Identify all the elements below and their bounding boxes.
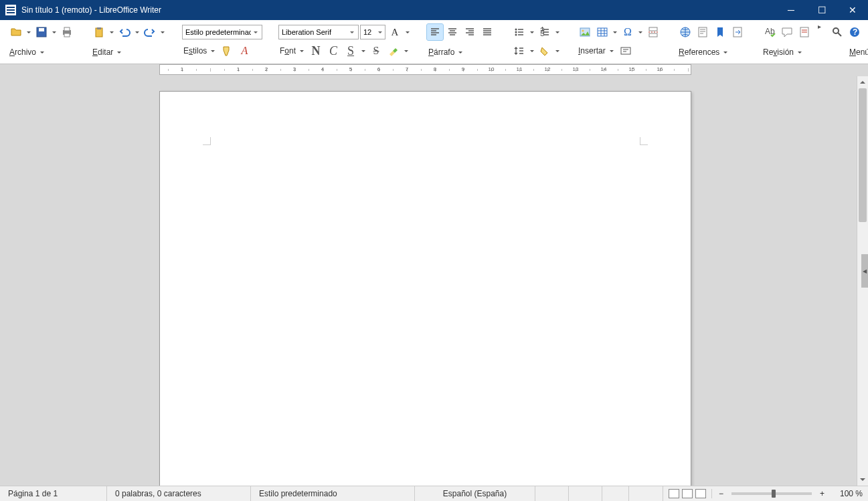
menu-parrafo[interactable]: Párrafo <box>427 41 465 63</box>
insert-image-button[interactable] <box>577 24 593 40</box>
track-changes-button[interactable] <box>796 24 812 40</box>
insert-textbox-button[interactable] <box>618 43 634 59</box>
status-selection[interactable] <box>569 486 602 501</box>
redo-dropdown[interactable] <box>159 24 166 40</box>
insert-symbol-dropdown[interactable] <box>637 24 644 40</box>
zoom-slider[interactable] <box>731 492 812 495</box>
open-button[interactable] <box>8 24 24 40</box>
italic-button[interactable]: C <box>325 43 341 59</box>
view-multi-icon[interactable] <box>682 489 693 498</box>
insert-table-button[interactable] <box>594 24 610 40</box>
redo-button[interactable] <box>142 24 158 40</box>
insert-table-dropdown[interactable] <box>612 24 618 40</box>
font-size-input[interactable] <box>363 28 377 36</box>
status-style[interactable]: Estilo predeterminado <box>251 486 415 501</box>
zoom-slider-handle[interactable] <box>772 490 776 498</box>
comment-button[interactable] <box>779 24 795 40</box>
clear-formatting-button[interactable]: A <box>236 43 252 59</box>
scroll-up-button[interactable] <box>857 76 868 88</box>
maximize-button[interactable]: ☐ <box>806 0 837 20</box>
undo-button[interactable] <box>116 24 133 40</box>
align-left-button[interactable] <box>427 24 443 40</box>
horizontal-ruler[interactable]: 12345678910111213141516181 <box>159 64 691 75</box>
highlight-dropdown[interactable] <box>403 43 410 59</box>
svg-point-7 <box>515 29 517 31</box>
minimize-button[interactable]: ─ <box>776 0 806 20</box>
paste-dropdown[interactable] <box>108 24 115 40</box>
print-button[interactable] <box>59 24 75 40</box>
page[interactable] <box>159 91 691 486</box>
status-overwrite[interactable] <box>535 486 569 501</box>
find-button[interactable] <box>829 24 845 40</box>
zoom-out-button[interactable]: − <box>716 489 726 498</box>
save-dropdown[interactable] <box>51 24 58 40</box>
paragraph-style-input[interactable] <box>185 28 251 36</box>
font-size-combo[interactable] <box>360 25 385 39</box>
view-book-icon[interactable] <box>695 489 706 498</box>
undo-dropdown[interactable] <box>134 24 141 40</box>
number-list-dropdown[interactable] <box>554 24 561 40</box>
toolbar-more-button[interactable] <box>818 23 821 30</box>
sidebar-toggle[interactable] <box>861 254 868 288</box>
insert-symbol-button[interactable]: Ω <box>620 24 636 40</box>
scroll-down-button[interactable] <box>857 474 868 486</box>
cross-reference-button[interactable] <box>729 24 746 40</box>
menu-menu[interactable]: Menú <box>848 41 868 63</box>
font-name-input[interactable] <box>282 28 347 36</box>
spellcheck-button[interactable]: Ab <box>762 24 778 40</box>
save-button[interactable] <box>33 24 50 40</box>
zoom-level[interactable]: 100 % <box>831 486 868 501</box>
line-spacing-button[interactable] <box>511 43 527 59</box>
background-color-dropdown[interactable] <box>554 43 561 59</box>
svg-rect-17 <box>649 33 657 37</box>
bold-button[interactable]: N <box>308 43 324 59</box>
align-justify-button[interactable] <box>479 24 495 40</box>
lock-button[interactable] <box>864 24 868 40</box>
underline-button[interactable]: S <box>343 43 359 59</box>
underline-dropdown[interactable] <box>360 43 367 59</box>
group-estilos: Estilos A <box>179 23 265 60</box>
font-name-combo[interactable] <box>278 25 359 39</box>
number-list-button[interactable]: 123 <box>537 24 553 40</box>
menu-references[interactable]: References <box>677 41 730 63</box>
view-single-icon[interactable] <box>669 489 679 498</box>
menu-insertar[interactable]: Insertar <box>577 40 616 62</box>
font-color-dropdown[interactable] <box>404 24 411 40</box>
font-name-dropdown[interactable] <box>347 24 357 40</box>
open-dropdown[interactable] <box>25 24 32 40</box>
align-right-button[interactable] <box>462 24 478 40</box>
status-page[interactable]: Página 1 de 1 <box>0 486 107 501</box>
font-color-button[interactable]: A <box>387 24 403 40</box>
footnote-button[interactable] <box>695 24 711 40</box>
highlight-button[interactable] <box>385 43 402 59</box>
bullet-list-dropdown[interactable] <box>529 24 535 40</box>
hyperlink-button[interactable] <box>677 24 693 40</box>
close-button[interactable]: ✕ <box>837 0 868 20</box>
strikethrough-button[interactable]: S <box>368 43 384 59</box>
font-size-dropdown[interactable] <box>377 24 383 40</box>
insert-pagebreak-button[interactable] <box>645 24 661 40</box>
menu-font[interactable]: Font <box>278 40 307 62</box>
zoom-in-button[interactable]: + <box>817 489 827 498</box>
line-spacing-dropdown[interactable] <box>529 43 535 59</box>
bookmark-button[interactable] <box>712 24 728 40</box>
menu-estilos[interactable]: Estilos <box>182 40 218 62</box>
help-button[interactable]: ? <box>847 24 863 40</box>
align-center-button[interactable] <box>444 24 460 40</box>
menu-editar[interactable]: Editar <box>91 41 124 63</box>
document-area[interactable] <box>10 76 857 486</box>
paste-button[interactable] <box>91 24 107 40</box>
scroll-thumb[interactable] <box>859 88 867 222</box>
paragraph-style-combo[interactable] <box>182 25 262 39</box>
status-signature[interactable] <box>602 486 629 501</box>
paragraph-style-dropdown[interactable] <box>251 24 260 40</box>
view-mode-buttons[interactable] <box>663 489 711 498</box>
menu-archivo[interactable]: Archivo <box>8 41 47 63</box>
status-wordcount[interactable]: 0 palabras, 0 caracteres <box>107 486 251 501</box>
zoom-control[interactable]: − + <box>711 489 831 498</box>
status-language[interactable]: Español (España) <box>415 486 535 501</box>
clone-formatting-button[interactable] <box>219 43 235 59</box>
background-color-button[interactable] <box>537 43 553 59</box>
bullet-list-button[interactable] <box>511 24 527 40</box>
menu-revision[interactable]: Revisión <box>762 41 804 63</box>
